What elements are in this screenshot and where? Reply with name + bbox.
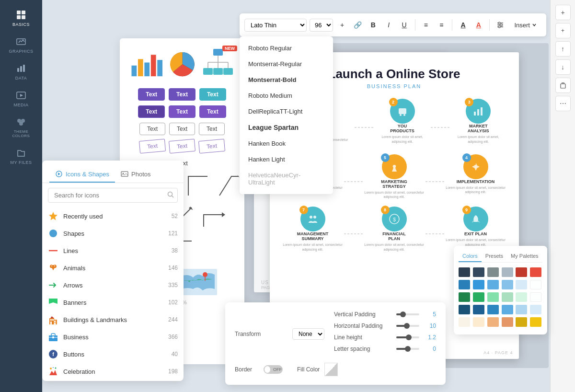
text-btn-outline-2[interactable]: Text [169,123,195,135]
swatch-2-5[interactable] [516,280,527,289]
sidebar-item-media[interactable]: MEDIA [0,85,42,112]
swatch-1-5[interactable] [516,267,527,277]
italic-btn[interactable]: I [382,18,395,32]
text-btn-purple-2[interactable]: Text [169,88,196,101]
category-business[interactable]: Business 366 [48,328,178,346]
add-text-btn[interactable]: + [336,18,348,32]
more-options-btn[interactable]: ⋯ [555,96,571,111]
category-lines[interactable]: Lines 38 [48,242,178,259]
text-btn-dark-purple[interactable]: Text [138,105,165,118]
text-btn-med-purple-2[interactable]: Text [199,105,226,118]
category-banners[interactable]: Banners 102 [48,294,178,311]
bg-color-btn[interactable]: A [472,18,485,32]
swatch-4-1[interactable] [459,305,470,314]
font-option-dellreplica[interactable]: DellReplicaTT-Light [240,104,333,119]
swatch-4-4[interactable] [502,305,513,314]
horizontal-padding-slider[interactable] [396,325,419,327]
text-btn-outline-1[interactable]: Text [139,123,165,135]
swatch-1-2[interactable] [473,267,484,277]
font-option-hanken-book[interactable]: Hanken Book [240,136,333,151]
tab-icons-shapes[interactable]: Icons & Shapes [49,166,115,183]
swatch-4-5[interactable] [516,305,527,314]
insert-btn[interactable]: Insert [509,20,541,31]
fill-color-picker[interactable] [324,363,338,376]
category-arrows[interactable]: Arrows 335 [48,277,178,294]
link-btn[interactable]: 🔗 [351,18,364,32]
swatch-2-4[interactable] [502,280,513,289]
font-selector[interactable]: Lato Thin [244,19,307,32]
swatch-2-2[interactable] [473,280,484,289]
category-celebration[interactable]: Celebration 198 [48,363,178,380]
add-right-btn[interactable]: + [555,23,571,38]
colors-tab-colors[interactable]: Colors [459,251,482,262]
swatch-3-6[interactable] [530,292,541,302]
swatch-5-6[interactable] [530,317,541,327]
line-height-slider[interactable] [396,336,419,338]
text-btn-teal-1[interactable]: Text [199,88,226,101]
swatch-1-1[interactable] [459,267,470,277]
sidebar-item-basics[interactable]: BASICS [0,5,42,32]
sidebar-item-theme-colors[interactable]: THEMECOLORS [0,112,42,143]
colors-tab-my-palettes[interactable]: My Palettes [507,251,542,262]
border-toggle[interactable]: OFF [264,365,283,374]
category-buttons[interactable]: f Buttons 40 [48,346,178,363]
sidebar-item-graphics[interactable]: GRAPHICS [0,32,42,58]
move-up-btn[interactable]: ↑ [555,41,571,57]
category-buildings[interactable]: Buildings & Landmarks 244 [48,311,178,328]
swatch-3-1[interactable] [459,292,470,302]
tab-photos[interactable]: Photos [115,166,156,183]
list-btn[interactable]: ≡ [435,18,448,32]
swatch-3-3[interactable] [487,292,499,302]
search-icon[interactable] [167,191,174,200]
search-input[interactable] [48,188,178,203]
swatch-4-3[interactable] [487,305,499,314]
swatch-3-4[interactable] [502,292,513,302]
text-btn-purple-1[interactable]: Text [138,88,165,101]
font-option-roboto-regular[interactable]: Roboto Regular [240,40,333,56]
sidebar-item-my-files[interactable]: MY FILES [0,143,42,170]
category-recently-used[interactable]: Recently used 52 [48,208,178,225]
swatch-4-6[interactable] [530,305,541,314]
move-down-btn[interactable]: ↓ [555,59,571,75]
text-btn-med-purple[interactable]: Text [169,105,196,118]
align-btn[interactable]: ≡ [420,18,432,32]
swatch-5-5[interactable] [516,317,527,327]
font-option-helvetica-ultralight[interactable]: HelveticaNeueCyr-UltraLight [240,167,333,190]
text-btn-diamond-3[interactable]: Text [198,139,225,154]
font-size-selector[interactable]: 96 [310,19,333,32]
swatch-2-6[interactable] [530,280,541,289]
underline-btn[interactable]: U [398,18,410,32]
font-option-hanken-light[interactable]: Hanken Light [240,151,333,167]
delete-btn[interactable] [555,78,571,93]
swatch-3-2[interactable] [473,292,484,302]
swatch-3-5[interactable] [516,292,527,302]
vertical-padding-slider[interactable] [396,313,419,315]
bold-btn[interactable]: B [367,18,380,32]
letter-spacing-slider[interactable] [396,348,419,350]
settings-btn[interactable] [494,18,506,32]
swatch-2-1[interactable] [459,280,470,289]
swatch-1-6[interactable] [530,267,541,277]
text-btn-diamond-2[interactable]: Text [169,139,196,154]
swatch-5-4[interactable] [502,317,513,327]
text-btn-diamond-1[interactable]: Text [139,139,166,154]
swatch-5-2[interactable] [473,317,484,327]
swatch-5-1[interactable] [459,317,470,327]
sidebar-item-data[interactable]: DATA [0,58,42,85]
category-animals[interactable]: Animals 146 [48,259,178,277]
swatch-1-4[interactable] [502,267,513,277]
font-option-montserrat-regular[interactable]: Montserrat-Regular [240,56,333,72]
swatch-1-3[interactable] [487,267,499,277]
swatch-5-3[interactable] [487,317,499,327]
font-color-btn[interactable]: A [457,18,469,32]
swatch-4-2[interactable] [473,305,484,314]
transform-select[interactable]: None [292,328,324,340]
add-top-btn[interactable]: + [555,5,571,20]
font-option-montserrat-bold[interactable]: Montserrat-Bold [240,72,333,88]
swatch-2-3[interactable] [487,280,499,289]
font-option-roboto-medium[interactable]: Roboto Medium [240,88,333,104]
font-option-league-spartan[interactable]: League Spartan [240,119,333,136]
text-btn-outline-3[interactable]: Text [199,123,225,135]
colors-tab-presets[interactable]: Presets [482,251,507,262]
category-shapes[interactable]: Shapes 121 [48,225,178,242]
